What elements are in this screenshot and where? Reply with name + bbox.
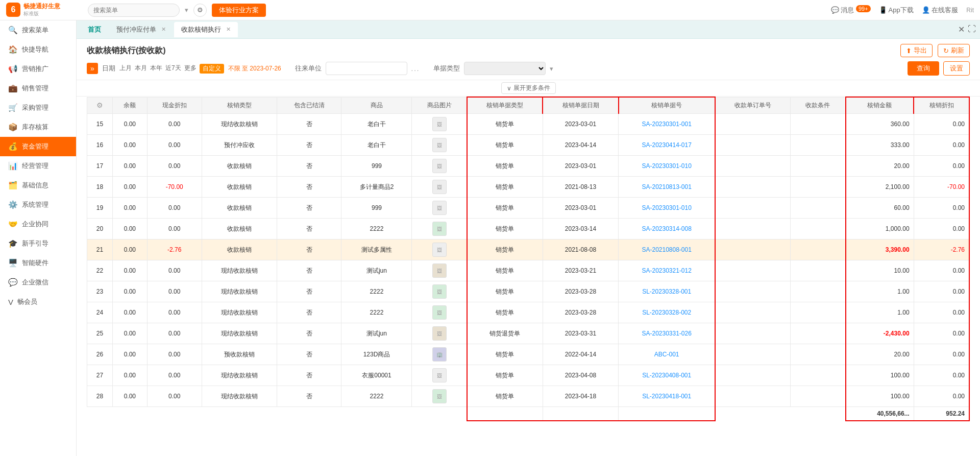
voucher-no-link[interactable]: SA-20230301-010 <box>642 204 691 211</box>
cell-seq: 25 <box>87 323 113 344</box>
cell-verify-type: 收款核销 <box>202 239 277 260</box>
table-footer-row: 40,556,66... 952.24 <box>87 407 970 421</box>
sidebar-item-wechat[interactable]: 💬 企业微信 <box>0 273 76 292</box>
cell-verify-amount: 333.00 <box>846 135 914 156</box>
sidebar-item-nav[interactable]: 🏠 快捷导航 <box>0 40 76 59</box>
settings-button[interactable]: 设置 <box>943 61 970 76</box>
tab-receipt-close-icon[interactable]: ✕ <box>226 26 231 33</box>
goods-image: 🏢 <box>432 347 447 362</box>
cell-verify-amount: 1.00 <box>846 302 914 323</box>
sidebar-item-inventory[interactable]: 📦 库存核算 <box>0 117 76 137</box>
cell-receipt-order <box>715 177 791 198</box>
tab-home[interactable]: 首页 <box>81 22 108 37</box>
cell-seq: 24 <box>87 302 113 323</box>
cell-receipt-cond <box>791 135 846 156</box>
search-box[interactable] <box>88 4 180 17</box>
tab-prepay-close-icon[interactable]: ✕ <box>161 26 166 33</box>
cell-voucher-type: 销货退货单 <box>467 323 543 344</box>
refresh-button[interactable]: ↻ 刷新 <box>938 44 970 57</box>
cell-verify-amount: 20.00 <box>846 156 914 177</box>
voucher-type-select[interactable] <box>464 62 546 75</box>
cell-balance: 0.00 <box>113 302 148 323</box>
cell-goods: 2222 <box>341 281 412 302</box>
search-input[interactable] <box>93 7 174 14</box>
sidebar-item-system[interactable]: ⚙️ 系统管理 <box>0 195 76 214</box>
date-7days[interactable]: 近7天 <box>165 64 181 74</box>
voucher-no-link[interactable]: SL-20230328-002 <box>642 309 691 316</box>
expand-filter-button[interactable]: » <box>87 63 98 74</box>
cell-verify-amount: 360.00 <box>846 114 914 135</box>
cell-receipt-order <box>715 302 791 323</box>
cell-receipt-cond <box>791 260 846 281</box>
online-service[interactable]: 👤 在线客服 <box>922 6 959 15</box>
cell-cash-discount: -70.00 <box>147 177 202 198</box>
cell-goods-img: 🖼 <box>412 219 467 239</box>
voucher-no-link[interactable]: ABC-001 <box>654 351 679 358</box>
voucher-no-link[interactable]: SA-20210808-001 <box>642 246 691 253</box>
sidebar-item-search[interactable]: 🔍 搜索菜单 <box>0 20 76 40</box>
cell-goods: 999 <box>341 156 412 177</box>
cell-verify-type: 现结收款核销 <box>202 365 277 386</box>
th-settings[interactable]: ⚙ <box>87 97 113 114</box>
cell-voucher-date: 2023-03-28 <box>543 281 618 302</box>
tab-receipt[interactable]: 收款核销执行 ✕ <box>174 22 238 37</box>
cell-seq: 20 <box>87 219 113 239</box>
date-last-month[interactable]: 上月 <box>119 64 132 74</box>
table-row: 20 0.00 0.00 收款核销 否 2222 🖼 销货单 2023-03-1… <box>87 219 970 239</box>
cell-include-settled: 否 <box>277 219 341 239</box>
sidebar-item-hardware[interactable]: 🖥️ 智能硬件 <box>0 253 76 273</box>
app-download[interactable]: 📱 App下载 <box>879 6 914 15</box>
table-area[interactable]: ⚙ 余额 现金折扣 核销类型 包含已结清 商品 商品图片 核销单据类型 核销单据… <box>77 97 980 456</box>
sidebar-item-marketing[interactable]: 📢 营销推广 <box>0 59 76 79</box>
date-this-month[interactable]: 本月 <box>135 64 147 74</box>
voucher-no-link[interactable]: SA-20230321-012 <box>642 267 691 274</box>
industry-button[interactable]: 体验行业方案 <box>212 4 266 17</box>
sidebar-item-sales[interactable]: 💼 销售管理 <box>0 79 76 98</box>
goods-image: 🖼 <box>432 263 447 278</box>
voucher-no-link[interactable]: SL-20230408-001 <box>642 372 691 379</box>
cell-cash-discount: 0.00 <box>147 114 202 135</box>
cell-goods: 123D商品 <box>341 344 412 365</box>
cell-receipt-order <box>715 386 791 407</box>
message-area[interactable]: 💬 消息 99+ <box>831 6 871 15</box>
cell-voucher-date: 2023-04-08 <box>543 365 618 386</box>
cell-receipt-cond <box>791 365 846 386</box>
table-body: 15 0.00 0.00 现结收款核销 否 老白干 🖼 销货单 2023-03-… <box>87 114 970 407</box>
expand-more-button[interactable]: ∨ 展开更多条件 <box>501 82 556 94</box>
sidebar-item-vip[interactable]: V 畅会员 <box>0 292 76 311</box>
voucher-no-link[interactable]: SL-20230328-001 <box>642 288 691 295</box>
sidebar-item-newbie[interactable]: 🎓 新手引导 <box>0 234 76 253</box>
cell-goods-img: 🖼 <box>412 114 467 135</box>
export-button[interactable]: ⬆ 导出 <box>900 44 933 57</box>
cell-verify-type: 现结收款核销 <box>202 281 277 302</box>
voucher-no-link[interactable]: SA-20230314-008 <box>642 225 691 232</box>
sidebar-item-purchase[interactable]: 🛒 采购管理 <box>0 98 76 117</box>
date-more[interactable]: 更多 <box>184 64 197 74</box>
tab-expand-button[interactable]: ⛶ <box>968 25 976 34</box>
sidebar-item-basic[interactable]: 🗂️ 基础信息 <box>0 176 76 195</box>
voucher-no-link[interactable]: SL-20230418-001 <box>642 393 691 400</box>
cell-seq: 26 <box>87 344 113 365</box>
voucher-no-link[interactable]: SA-20230414-017 <box>642 141 691 149</box>
sidebar-item-finance[interactable]: 💰 资金管理 <box>0 137 76 156</box>
cell-voucher-no: SL-20230408-001 <box>619 365 715 386</box>
cell-goods: 999 <box>341 198 412 219</box>
cell-balance: 0.00 <box>113 281 148 302</box>
date-this-year[interactable]: 本年 <box>150 64 162 74</box>
voucher-no-link[interactable]: SA-20230301-010 <box>642 162 691 170</box>
tab-prepay[interactable]: 预付冲应付单 ✕ <box>109 22 173 37</box>
table-settings-icon[interactable]: ⚙ <box>96 101 103 109</box>
voucher-no-link[interactable]: SA-20230331-026 <box>642 330 691 337</box>
voucher-no-link[interactable]: SA-20230301-001 <box>642 121 691 128</box>
cell-receipt-cond <box>791 219 846 239</box>
date-custom[interactable]: 自定义 <box>200 64 224 74</box>
footer-empty-2 <box>543 407 618 421</box>
voucher-no-link[interactable]: SA-20210813-001 <box>642 183 691 190</box>
data-table: ⚙ 余额 现金折扣 核销类型 包含已结清 商品 商品图片 核销单据类型 核销单据… <box>87 97 970 421</box>
tab-close-button[interactable]: ✕ <box>958 25 965 34</box>
query-button[interactable]: 查询 <box>908 61 939 76</box>
partner-input[interactable] <box>326 62 407 75</box>
sidebar-item-enterprise[interactable]: 🤝 企业协同 <box>0 214 76 234</box>
gear-button[interactable]: ⚙ <box>193 4 207 17</box>
sidebar-item-operations[interactable]: 📊 经营管理 <box>0 156 76 176</box>
